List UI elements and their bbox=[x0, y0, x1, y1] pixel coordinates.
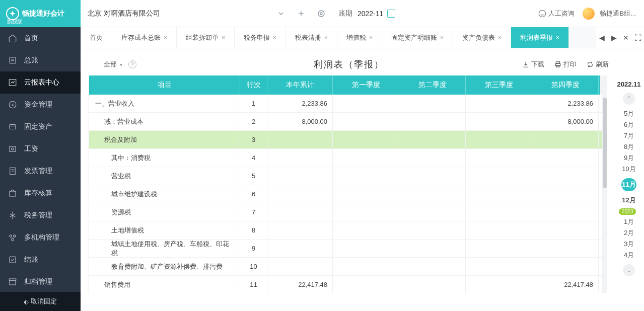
cell-rownum: 2 bbox=[240, 113, 267, 130]
table-row[interactable]: 销售费用1122,417.4822,417.48 bbox=[89, 276, 607, 293]
cell-q3 bbox=[466, 185, 532, 203]
svg-rect-13 bbox=[10, 192, 16, 196]
cell-q3 bbox=[466, 258, 532, 275]
help-icon[interactable]: ? bbox=[128, 60, 136, 68]
table-row[interactable]: 教育费附加、矿产资源补偿费、排污费10 bbox=[89, 258, 607, 276]
month-button[interactable]: 3月 bbox=[624, 239, 634, 250]
close-icon bbox=[8, 255, 17, 264]
table-row[interactable]: 土地增值税8 bbox=[89, 221, 607, 240]
cell-rownum: 11 bbox=[240, 276, 267, 293]
nav-tax[interactable]: 税务管理 bbox=[0, 204, 81, 226]
tab-税务申报[interactable]: 税务申报× bbox=[235, 27, 286, 48]
cell-rownum: 5 bbox=[240, 167, 267, 185]
user-name[interactable]: 畅捷通B组... bbox=[600, 9, 636, 18]
table-row[interactable]: 城镇土地使用税、房产税、车船税、印花税9 bbox=[89, 240, 607, 258]
nav-home[interactable]: 首页 bbox=[0, 27, 81, 49]
cell-name: 营业税 bbox=[89, 167, 240, 185]
avatar[interactable] bbox=[583, 8, 595, 20]
tab-label: 税表清册 bbox=[295, 33, 321, 42]
nav-invoice[interactable]: 发票管理 bbox=[0, 160, 81, 182]
sidebar-unpin[interactable]: ⬖ 取消固定 bbox=[0, 292, 81, 311]
close-icon[interactable]: × bbox=[324, 34, 328, 41]
month-button[interactable]: 7月 bbox=[622, 130, 635, 141]
plus-icon[interactable] bbox=[296, 9, 306, 19]
help-link[interactable]: 人工咨询 bbox=[538, 9, 575, 18]
month-button[interactable]: 6月 bbox=[622, 119, 635, 130]
month-button[interactable]: 12月 bbox=[614, 195, 644, 206]
tab-首页[interactable]: 首页 bbox=[81, 27, 112, 48]
table-row[interactable]: 资源税7 bbox=[89, 203, 607, 221]
cell-q1 bbox=[333, 276, 399, 293]
month-button[interactable]: 5月 bbox=[622, 108, 635, 119]
tab-fullscreen[interactable]: ⛶ bbox=[632, 27, 644, 48]
refresh-button[interactable]: 刷新 bbox=[587, 60, 609, 69]
table-row[interactable]: 城市维护建设税6 bbox=[89, 185, 607, 203]
cell-q1 bbox=[333, 149, 399, 167]
calendar-icon[interactable] bbox=[387, 10, 395, 18]
print-button[interactable]: 打印 bbox=[554, 60, 577, 69]
unpin-icon: ⬖ bbox=[24, 298, 29, 305]
nav-org[interactable]: 多机构管理 bbox=[0, 226, 81, 249]
tab-利润表季报[interactable]: 利润表季报× bbox=[511, 27, 569, 48]
nav-archive[interactable]: 归档管理 bbox=[0, 271, 81, 293]
tab-增值税[interactable]: 增值税× bbox=[337, 27, 382, 48]
month-button[interactable]: 1月 bbox=[624, 216, 634, 227]
close-icon[interactable]: × bbox=[222, 34, 225, 41]
filter-all[interactable]: 全部 ▾ ? bbox=[104, 60, 136, 69]
table-row[interactable]: 税金及附加3 bbox=[89, 131, 607, 149]
tab-close-all[interactable]: ✕ bbox=[620, 27, 632, 48]
nav-salary[interactable]: 工资 bbox=[0, 138, 81, 160]
tab-next[interactable]: ▶ bbox=[608, 27, 620, 48]
company-selector[interactable]: 北京 对啊酒店有限公司 bbox=[88, 9, 160, 18]
cell-q3 bbox=[466, 240, 532, 257]
next-year-badge: 2023 bbox=[619, 208, 636, 215]
gear-icon[interactable] bbox=[316, 9, 326, 19]
rail-scroll-up[interactable]: ⌃ bbox=[623, 93, 635, 105]
month-button[interactable]: 2月 bbox=[624, 227, 634, 239]
cell-year bbox=[267, 149, 333, 167]
download-button[interactable]: 下载 bbox=[522, 60, 544, 69]
nav-label: 工资 bbox=[24, 144, 38, 153]
close-icon[interactable]: × bbox=[369, 34, 373, 41]
table-row[interactable]: 减：营业成本28,000.008,000.00 bbox=[89, 113, 607, 131]
chevron-down-icon[interactable] bbox=[276, 9, 286, 19]
tab-组装拆卸单[interactable]: 组装拆卸单× bbox=[177, 27, 235, 48]
table-row[interactable]: 营业税5 bbox=[89, 167, 607, 185]
nav-close[interactable]: 结账 bbox=[0, 249, 81, 271]
nav-asset[interactable]: 固定资产 bbox=[0, 116, 81, 138]
tab-prev[interactable]: ◀ bbox=[596, 27, 608, 48]
month-button[interactable]: 8月 bbox=[622, 141, 635, 152]
close-icon[interactable]: × bbox=[440, 34, 444, 41]
cell-rownum: 9 bbox=[240, 240, 267, 257]
nav-ledger[interactable]: 总账 bbox=[0, 49, 81, 71]
close-icon[interactable]: × bbox=[498, 34, 502, 41]
month-active[interactable]: 11月 bbox=[621, 178, 636, 191]
nav-funds[interactable]: ¥资金管理 bbox=[0, 94, 81, 116]
nav-label: 云报表中心 bbox=[24, 78, 59, 87]
tab-库存成本总账[interactable]: 库存成本总账× bbox=[112, 27, 177, 48]
month-button[interactable]: 9月 bbox=[622, 152, 635, 164]
nav-report[interactable]: 云报表中心 bbox=[0, 71, 81, 94]
cell-name: 税金及附加 bbox=[89, 131, 240, 148]
cell-q3 bbox=[466, 95, 532, 112]
close-icon[interactable]: × bbox=[556, 34, 559, 41]
month-button[interactable]: 4月 bbox=[624, 250, 634, 261]
cell-rownum: 6 bbox=[240, 185, 267, 203]
vertical-scrollbar[interactable] bbox=[602, 95, 607, 293]
cell-q4: 8,000.00 bbox=[532, 113, 599, 130]
table-row[interactable]: 其中：消费税4 bbox=[89, 149, 607, 167]
cell-year bbox=[267, 167, 333, 185]
nav-stock[interactable]: 库存核算 bbox=[0, 182, 81, 204]
rail-scroll-down[interactable]: ⌄ bbox=[623, 264, 635, 276]
th-q2: 第二季度 bbox=[399, 75, 466, 95]
period-value[interactable]: 2022-11 bbox=[357, 10, 383, 18]
tab-资产负债表[interactable]: 资产负债表× bbox=[453, 27, 511, 48]
table-row[interactable]: 一、营业收入12,233.862,233.86 bbox=[89, 95, 607, 113]
tab-税表清册[interactable]: 税表清册× bbox=[286, 27, 337, 48]
close-icon[interactable]: × bbox=[164, 34, 167, 41]
month-button[interactable]: 10月 bbox=[622, 164, 635, 175]
tab-固定资产明细账[interactable]: 固定资产明细账× bbox=[382, 27, 453, 48]
close-icon[interactable]: × bbox=[273, 34, 276, 41]
cell-q2 bbox=[399, 149, 466, 167]
cell-q2 bbox=[399, 185, 466, 203]
